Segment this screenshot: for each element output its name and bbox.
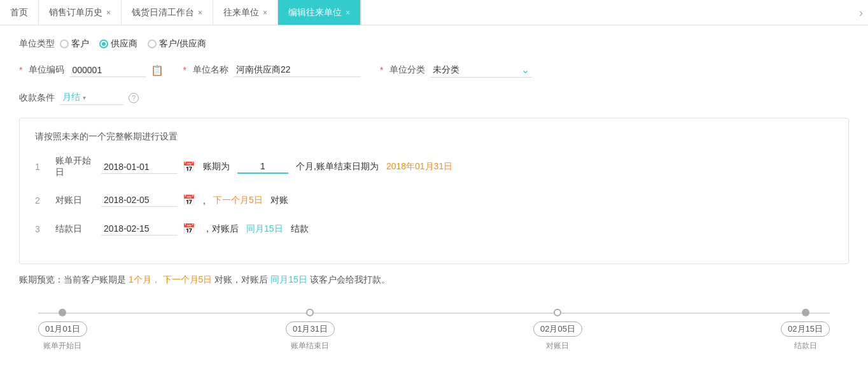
unit-type-row: 单位类型 客户 供应商 客户/供应商 [19,38,849,50]
timeline-date-bubble-4: 02月15日 [781,321,830,337]
unit-type-radio-group: 客户 供应商 客户/供应商 [60,38,206,50]
billing-section: 请按照未来的一个完整帐期进行设置 1 账单开始日 📅 账期为 个月,账单结束日期… [19,118,849,264]
tab-cash-label: 钱货日清工作台 [132,7,194,18]
timeline-node-1: 01月01日 账单开始日 [38,299,87,351]
timeline-dot-1 [59,309,66,316]
unit-name-item: * 单位名称 [183,64,360,77]
radio-customer-supplier-label: 客户/供应商 [159,38,206,50]
preview-text2: 对账，对账后 [214,274,270,285]
tab-sales-label: 销售订单历史 [49,7,102,18]
tab-partner[interactable]: 往来单位 × [213,0,278,25]
copy-icon[interactable]: 📋 [151,64,164,76]
timeline-nodes: 01月01日 账单开始日 01月31日 账单结束日 02月05日 对账日 [38,299,830,351]
timeline-container: 01月01日 账单开始日 01月31日 账单结束日 02月05日 对账日 [19,299,849,351]
radio-customer-supplier[interactable]: 客户/供应商 [148,38,206,50]
page-content: 单位类型 客户 供应商 客户/供应商 * 单位编码 [0,25,868,387]
tab-cash-work[interactable]: 钱货日清工作台 × [122,0,213,25]
timeline-date-1-container: 01月01日 [38,321,87,337]
close-tab-edit-partner[interactable]: × [346,8,350,17]
unit-category-required: * [380,65,383,75]
payment-terms-value: 月结 [62,92,80,103]
unit-name-label: 单位名称 [193,64,228,76]
timeline-label-1: 账单开始日 [43,341,81,351]
unit-code-label: 单位编码 [29,64,64,76]
tab-edit-partner[interactable]: 编辑往来单位 × [278,0,361,25]
period-value-input[interactable] [237,160,288,174]
billing-start-date-container: 📅 [101,160,195,174]
timeline-dot-4 [802,309,809,316]
billing-start-date-input[interactable] [101,160,178,174]
billing-row-1: 1 账单开始日 📅 账期为 个月,账单结束日期为 2018年01月31日 [35,155,833,178]
unit-category-label: 单位分类 [389,64,425,76]
timeline-date-3-container: 02月05日 [533,321,582,337]
timeline-label-4: 结款日 [794,341,817,351]
close-tab-partner[interactable]: × [263,8,267,17]
preview-highlight2: 同月15日 [270,274,307,285]
radio-supplier-label: 供应商 [111,38,137,50]
period-prefix: 账期为 [203,161,230,172]
help-icon[interactable]: ? [129,93,139,103]
billing-start-cal-icon[interactable]: 📅 [183,161,195,173]
billing-row-3: 3 结款日 📅 ，对账后 同月15日 结款 [35,222,833,236]
billing-end-date-text: 2018年01月31日 [386,161,452,172]
timeline-dot-2 [306,309,314,316]
tab-home-label: 首页 [10,7,28,18]
timeline-node-2: 01月31日 账单结束日 [286,299,335,351]
unit-name-required: * [183,65,186,75]
radio-supplier[interactable]: 供应商 [99,38,137,50]
timeline-date-bubble-2: 01月31日 [286,321,335,337]
preview-suffix: 该客户会给我打款。 [310,274,390,285]
close-tab-sales[interactable]: × [106,8,111,17]
billing-start-label: 账单开始日 [55,155,94,178]
reconcile-highlight: 下一个月5日 [213,195,263,206]
payment-terms-label: 收款条件 [19,92,55,104]
unit-category-item: * 单位分类 未分类 ⌄ [380,62,532,78]
unit-category-select[interactable]: 未分类 ⌄ [430,62,532,78]
payment-terms-dropdown[interactable]: 月结 ▾ [60,90,123,105]
preview-highlight1: 1个月， [129,274,160,285]
reconcile-suffix-2: 对账 [270,195,288,206]
unit-type-label: 单位类型 [19,38,55,50]
unit-code-required: * [19,65,22,75]
preview-prefix: 账期预览：当前客户账期是 [19,274,126,285]
billing-payment-label: 结款日 [55,223,94,235]
timeline-node-4: 02月15日 结款日 [781,299,830,351]
billing-reconcile-cal-icon[interactable]: 📅 [183,194,195,206]
radio-supplier-circle [99,39,108,48]
billing-payment-cal-icon[interactable]: 📅 [183,223,195,235]
tab-sales-order-history[interactable]: 销售订单历史 × [39,0,122,25]
radio-customer-circle [60,39,69,48]
payment-terms-arrow-icon: ▾ [83,94,86,101]
timeline-date-bubble-1: 01月01日 [38,321,87,337]
tab-home[interactable]: 首页 [0,0,39,25]
radio-customer-supplier-circle [148,39,157,48]
unit-name-input[interactable] [234,64,361,77]
unit-code-item: * 单位编码 📋 [19,64,164,77]
billing-reconcile-date-container: 📅 [101,194,195,207]
billing-reconcile-date-input[interactable] [101,194,178,207]
payment-terms-item: 收款条件 月结 ▾ ? [19,90,139,105]
tab-bar: 首页 销售订单历史 × 钱货日清工作台 × 往来单位 × 编辑往来单位 × › [0,0,868,25]
radio-customer[interactable]: 客户 [60,38,89,50]
tab-scroll-right-icon[interactable]: › [859,7,863,18]
unit-category-value: 未分类 [433,64,521,76]
unit-code-input[interactable] [69,64,146,77]
period-suffix-text: 个月,账单结束日期为 [296,161,379,172]
timeline-label-3: 对账日 [546,341,569,351]
billing-payment-date-input[interactable] [101,222,178,236]
close-tab-cash[interactable]: × [198,8,202,17]
timeline-label-2: 账单结束日 [291,341,329,351]
preview-section: 账期预览：当前客户账期是 1个月， 下一个月5日 对账，对账后 同月15日 该客… [19,274,849,286]
preview-text1: 下一个月5日 [163,274,213,285]
billing-row-num-3: 3 [35,224,48,234]
payment-highlight: 同月15日 [246,223,283,235]
timeline-date-bubble-3: 02月05日 [533,321,582,337]
billing-payment-date-container: 📅 [101,222,195,236]
unit-info-row: * 单位编码 📋 * 单位名称 * 单位分类 未分类 ⌄ [19,62,849,78]
timeline-dot-3 [554,309,561,316]
billing-reconcile-label: 对账日 [55,195,94,206]
reconcile-suffix-1: , [203,195,206,206]
billing-row-2: 2 对账日 📅 , 下一个月5日 对账 [35,194,833,207]
unit-type-item: 单位类型 客户 供应商 客户/供应商 [19,38,206,50]
tab-partner-label: 往来单位 [223,7,259,18]
